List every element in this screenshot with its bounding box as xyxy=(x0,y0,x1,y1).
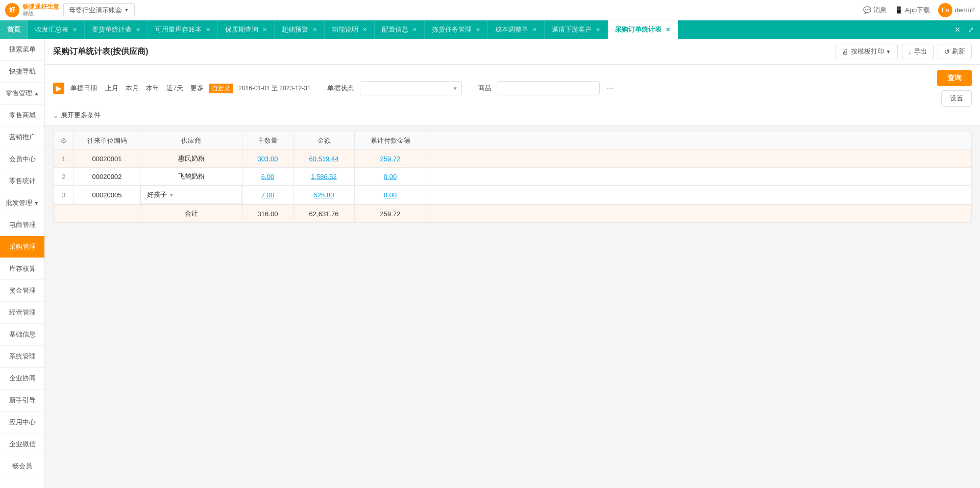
table-header-row: ⚙ 往来单位编码 供应商 主数量 金额 累计付款金额 xyxy=(54,132,972,150)
page-title: 采购订单统计表(按供应商) xyxy=(53,46,149,57)
sidebar-item-purchase[interactable]: 采购管理 xyxy=(0,236,44,258)
shortcut-more[interactable]: 更多 xyxy=(188,83,206,94)
custom-date-tag[interactable]: 自定义 xyxy=(209,84,233,93)
tab-keyongliang[interactable]: 可用量库存账本 ✕ xyxy=(148,20,218,39)
chevron-down-icon: ▼ xyxy=(169,192,174,198)
cell-qty-1: 303.00 xyxy=(242,150,293,168)
date-label: 单据日期 xyxy=(70,84,97,93)
cell-num-3: 3 xyxy=(54,186,74,205)
tab-nav: 首页 收发汇总表 ✕ 要货单统计表 ✕ 可用量库存账本 ✕ 保质期查询 ✕ 超储… xyxy=(0,20,980,39)
sidebar-item-retail-stat[interactable]: 零售统计 xyxy=(0,170,44,192)
export-button[interactable]: ↓ 导出 xyxy=(902,44,934,59)
tab-paihuorenwu[interactable]: 拣货任务管理 ✕ xyxy=(425,20,488,39)
tab-close-yaoqingxiayou[interactable]: ✕ xyxy=(596,27,600,33)
shortcut-7days[interactable]: 近7天 xyxy=(164,83,185,94)
top-bar-left: 好 畅捷通好生意 标版 母婴行业演示账套 ▼ xyxy=(5,3,135,17)
sidebar-item-enterprise[interactable]: 企业协同 xyxy=(0,368,44,390)
setting-button[interactable]: 设置 xyxy=(941,90,972,107)
sidebar-item-ecommerce[interactable]: 电商管理 xyxy=(0,214,44,236)
sidebar-item-appcenter[interactable]: 应用中心 xyxy=(0,412,44,433)
sidebar-item-newguide[interactable]: 新手引导 xyxy=(0,390,44,412)
cell-amount-1: 60,519.44 xyxy=(293,150,355,168)
user-avatar[interactable]: Ea demo2 xyxy=(938,3,975,17)
tab-home[interactable]: 首页 xyxy=(0,20,28,39)
sidebar-item-basic[interactable]: 基础信息 xyxy=(0,324,44,346)
sidebar-item-wholesale[interactable]: 批发管理 ▼ xyxy=(0,192,44,214)
tab-chaochuyujing[interactable]: 超储预警 ✕ xyxy=(275,20,325,39)
tab-baochanqicha[interactable]: 保质期查询 ✕ xyxy=(218,20,275,39)
avatar: Ea xyxy=(938,3,952,17)
tab-caigoudant[interactable]: 采购订单统计表 ✕ xyxy=(608,20,678,39)
sidebar-item-inventory[interactable]: 库存核算 xyxy=(0,258,44,280)
cell-qty-2: 6.00 xyxy=(242,168,293,186)
app-download-button[interactable]: 📱 App下载 xyxy=(895,6,930,15)
status-select-wrapper xyxy=(360,81,462,95)
tab-chengbentj[interactable]: 成本调整单 ✕ xyxy=(488,20,545,39)
sidebar-item-wechat[interactable]: 企业微信 xyxy=(0,433,44,455)
tab-peizhi[interactable]: 配置信息 ✕ xyxy=(375,20,425,39)
top-bar-right: 💬 消息 📱 App下载 Ea demo2 xyxy=(863,3,975,17)
tab-close-yaohuodantj[interactable]: ✕ xyxy=(136,27,140,33)
tab-maximize-button[interactable]: ⤢ xyxy=(965,23,977,36)
message-button[interactable]: 💬 消息 xyxy=(863,6,887,15)
top-bar: 好 畅捷通好生意 标版 母婴行业演示账套 ▼ 💬 消息 📱 App下载 Ea d… xyxy=(0,0,980,20)
chevron-down-icon: ▼ xyxy=(34,200,39,206)
sidebar-item-retail-mall[interactable]: 零售商城 xyxy=(0,105,44,126)
sidebar-item-retail[interactable]: 零售管理 ▲ xyxy=(0,83,44,105)
tab-close-all-button[interactable]: ✕ xyxy=(951,23,964,36)
filter-expand-button[interactable]: ⌄ 展开更多条件 xyxy=(53,111,972,120)
print-button[interactable]: 🖨 按模板打印 ▼ xyxy=(836,44,898,59)
cell-num-2: 2 xyxy=(54,168,74,186)
footer-label-text: 合计 xyxy=(140,204,242,223)
tab-yaoqingxiayou[interactable]: 邀请下游客户 ✕ xyxy=(545,20,608,39)
filter-area: ▶ 单据日期 上月 本月 本年 近7天 更多 自定义 2016-01-01 至 … xyxy=(45,65,980,125)
tab-shoufahuiyi[interactable]: 收发汇总表 ✕ xyxy=(28,20,85,39)
sidebar: 搜索菜单 快捷导航 零售管理 ▲ 零售商城 营销推广 会员中心 零售统计 批发管… xyxy=(0,39,45,488)
col-header-paid: 累计付款金额 xyxy=(355,132,426,150)
shortcut-this-year[interactable]: 本年 xyxy=(144,83,161,94)
tab-yaohuodantj[interactable]: 要货单统计表 ✕ xyxy=(85,20,148,39)
col-header-checkbox: ⚙ xyxy=(54,132,74,150)
tab-gongnengshuo[interactable]: 功能说明 ✕ xyxy=(325,20,375,39)
footer-label xyxy=(54,204,140,223)
sidebar-item-member2[interactable]: 畅会员 xyxy=(0,455,44,477)
shortcut-last-month[interactable]: 上月 xyxy=(103,83,120,94)
cell-qty-3: 7.00 xyxy=(242,186,293,205)
refresh-button[interactable]: ↺ 刷新 xyxy=(938,44,972,59)
footer-paid: 259.72 xyxy=(355,204,426,223)
tab-close-shoufahuiyi[interactable]: ✕ xyxy=(72,27,77,33)
sidebar-item-finance[interactable]: 资金管理 xyxy=(0,280,44,302)
shortcut-this-month[interactable]: 本月 xyxy=(124,83,141,94)
tab-close-paihuorenwu[interactable]: ✕ xyxy=(476,27,480,33)
workspace-selector[interactable]: 母婴行业演示账套 ▼ xyxy=(63,3,135,17)
chevron-down-icon: ▼ xyxy=(124,7,129,13)
filter-toggle-button[interactable]: ▶ xyxy=(53,83,64,94)
cell-extra-2 xyxy=(426,168,972,186)
sidebar-item-member[interactable]: 会员中心 xyxy=(0,148,44,170)
tab-close-keyongliang[interactable]: ✕ xyxy=(206,27,210,33)
tab-close-gongnengshuo[interactable]: ✕ xyxy=(362,27,367,33)
sidebar-item-shortcut[interactable]: 快捷导航 xyxy=(0,61,44,83)
status-select[interactable] xyxy=(360,81,462,95)
tab-close-baochanqicha[interactable]: ✕ xyxy=(262,27,267,33)
cell-paid-2: 0.00 xyxy=(355,168,426,186)
more-filter-icon[interactable]: ··· xyxy=(607,84,614,93)
tab-close-caigoudant[interactable]: ✕ xyxy=(666,27,670,33)
sidebar-item-marketing[interactable]: 营销推广 xyxy=(0,126,44,148)
cell-supplier-1: 惠氏奶粉 xyxy=(140,150,242,168)
gear-icon[interactable]: ⚙ xyxy=(60,137,67,145)
sidebar-item-system[interactable]: 系统管理 xyxy=(0,346,44,368)
cell-amount-2: 1,586.52 xyxy=(293,168,355,186)
query-button[interactable]: 查询 xyxy=(937,70,972,86)
page-header: 采购订单统计表(按供应商) 🖨 按模板打印 ▼ ↓ 导出 ↺ 刷新 xyxy=(45,39,980,65)
goods-label: 商品 xyxy=(478,84,492,93)
cell-extra-1 xyxy=(426,150,972,168)
sidebar-item-search[interactable]: 搜索菜单 xyxy=(0,39,44,61)
tab-close-chengbentj[interactable]: ✕ xyxy=(532,27,537,33)
tab-close-peizhi[interactable]: ✕ xyxy=(412,27,417,33)
goods-input[interactable] xyxy=(498,81,600,95)
sidebar-item-operations[interactable]: 经营管理 xyxy=(0,302,44,324)
tab-close-chaochuyujing[interactable]: ✕ xyxy=(312,27,317,33)
cell-amount-3: 525.80 xyxy=(293,186,355,205)
cell-paid-1: 259.72 xyxy=(355,150,426,168)
